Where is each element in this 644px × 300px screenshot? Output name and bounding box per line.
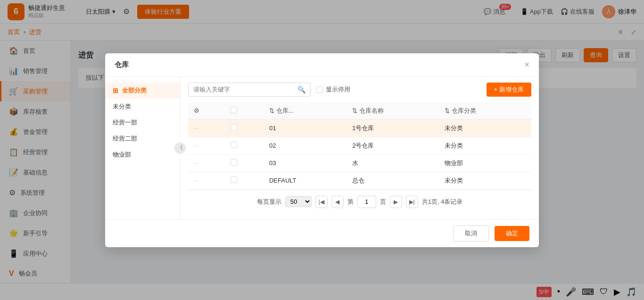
- row-code: 01: [264, 119, 347, 137]
- category-dept1[interactable]: 经营一部: [105, 115, 180, 131]
- row-checkbox[interactable]: [225, 137, 264, 154]
- col-category-header[interactable]: ⇅ 仓库分类: [439, 102, 531, 120]
- modal-body: ⊞ 全部分类 未分类 经营一部 经营二部 物业部 《: [105, 77, 539, 219]
- row-category: 未分类: [439, 119, 531, 137]
- row-select-checkbox[interactable]: [231, 176, 237, 183]
- per-page-select[interactable]: 50 10 20 100: [285, 196, 312, 207]
- total-info: 共1页, 4条记录: [422, 198, 463, 206]
- row-more[interactable]: ···: [188, 154, 225, 172]
- page-number-input[interactable]: [357, 196, 376, 208]
- col-code-header[interactable]: ⇅ 仓库...: [264, 102, 347, 120]
- category-panel: ⊞ 全部分类 未分类 经营一部 经营二部 物业部 《: [105, 77, 181, 219]
- col-settings-header[interactable]: ⚙: [188, 102, 225, 120]
- category-dept2[interactable]: 经营二部: [105, 131, 180, 147]
- grid-icon: ⊞: [113, 87, 118, 94]
- warehouse-modal: 仓库 × ⊞ 全部分类 未分类 经营一部 经营二部: [105, 53, 539, 247]
- row-select-checkbox[interactable]: [231, 142, 237, 148]
- row-name: 2号仓库: [347, 137, 439, 154]
- modal-header: 仓库 ×: [105, 53, 539, 77]
- row-select-checkbox[interactable]: [231, 159, 237, 166]
- row-code: 03: [264, 154, 347, 172]
- row-category: 物业部: [439, 154, 531, 172]
- col-name-header[interactable]: ⇅ 仓库名称: [347, 102, 439, 120]
- modal-overlay[interactable]: 仓库 × ⊞ 全部分类 未分类 经营一部 经营二部: [0, 0, 644, 300]
- warehouse-table: ⚙ ⇅ 仓库... ⇅ 仓库名称: [188, 102, 531, 190]
- row-code: DEFAULT: [264, 172, 347, 189]
- category-property[interactable]: 物业部: [105, 147, 180, 163]
- row-more[interactable]: ···: [188, 119, 225, 137]
- row-checkbox[interactable]: [225, 172, 264, 189]
- row-checkbox[interactable]: [225, 119, 264, 137]
- row-more[interactable]: ···: [188, 172, 225, 189]
- sort-category-icon: ⇅: [445, 107, 450, 114]
- table-toolbar: 🔍 显示停用 + 新增仓库: [188, 83, 531, 97]
- table-row[interactable]: ··· 01 1号仓库 未分类: [188, 119, 531, 137]
- settings-col-icon: ⚙: [194, 107, 199, 114]
- modal-close-button[interactable]: ×: [524, 60, 529, 70]
- first-page-button[interactable]: |◀: [315, 196, 328, 208]
- row-name: 1号仓库: [347, 119, 439, 137]
- table-row[interactable]: ··· 02 2号仓库 未分类: [188, 137, 531, 154]
- next-page-button[interactable]: ▶: [390, 196, 402, 208]
- show-disabled-checkbox[interactable]: [316, 86, 323, 93]
- row-checkbox[interactable]: [225, 154, 264, 172]
- table-row[interactable]: ··· 03 水 物业部: [188, 154, 531, 172]
- last-page-button[interactable]: ▶|: [406, 196, 418, 208]
- sort-code-icon: ⇅: [269, 107, 274, 114]
- prev-page-button[interactable]: ◀: [331, 196, 344, 208]
- modal-footer: 取消 确定: [105, 219, 539, 247]
- row-category: 未分类: [439, 137, 531, 154]
- row-more[interactable]: ···: [188, 137, 225, 154]
- search-wrap: 🔍: [188, 83, 311, 97]
- select-all-checkbox[interactable]: [231, 107, 237, 113]
- cancel-button[interactable]: 取消: [453, 225, 489, 242]
- table-panel: 🔍 显示停用 + 新增仓库 ⚙: [181, 77, 539, 219]
- table-row[interactable]: ··· DEFAULT 总仓 未分类: [188, 172, 531, 189]
- category-panel-toggle[interactable]: 《: [174, 142, 186, 154]
- category-uncategorized[interactable]: 未分类: [105, 99, 180, 115]
- col-checkbox-header[interactable]: [225, 102, 264, 120]
- row-name: 总仓: [347, 172, 439, 189]
- row-select-checkbox[interactable]: [231, 124, 237, 131]
- category-all[interactable]: ⊞ 全部分类: [105, 83, 180, 99]
- add-warehouse-button[interactable]: + 新增仓库: [487, 83, 531, 97]
- confirm-button[interactable]: 确定: [495, 226, 529, 241]
- row-code: 02: [264, 137, 347, 154]
- row-name: 水: [347, 154, 439, 172]
- row-category: 未分类: [439, 172, 531, 189]
- modal-title: 仓库: [115, 60, 129, 69]
- sort-name-icon: ⇅: [352, 107, 357, 114]
- pagination-bar: 每页显示 50 10 20 100 |◀ ◀ 第 页 ▶ ▶| 共1页, 4条记…: [188, 190, 531, 214]
- search-input[interactable]: [189, 83, 293, 96]
- search-button[interactable]: 🔍: [293, 83, 310, 96]
- show-disabled-label[interactable]: 显示停用: [316, 85, 350, 94]
